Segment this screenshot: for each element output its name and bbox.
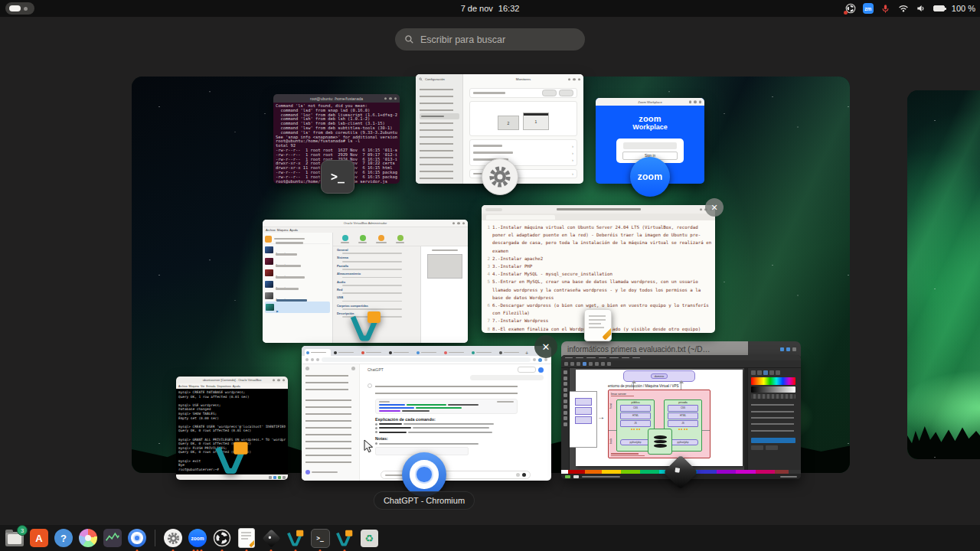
wallpaper-stars-2 [907, 90, 980, 459]
diagram-back-label: back [609, 439, 612, 444]
inkscape-vscrollbar[interactable] [744, 368, 747, 470]
dock-virtualbox-vm[interactable] [335, 528, 354, 548]
profile-avatar[interactable] [538, 358, 542, 362]
console-menubar[interactable]: Archivo Máquina Ver Entrada Dispositivos… [176, 383, 288, 389]
dock-disk-usage-analyzer[interactable] [78, 528, 98, 548]
inkscape-menubar[interactable] [561, 355, 801, 360]
wifi-icon[interactable] [898, 3, 909, 14]
chatgpt-model-selector[interactable]: ChatGPT [368, 367, 384, 372]
vbox-vm-row-selected[interactable]: ▶ [265, 302, 330, 313]
bg-win-icon-1 [780, 347, 784, 351]
obs-recording-dot [844, 11, 848, 15]
chromium-address-bar[interactable] [322, 357, 531, 362]
settings-page-title: Monitores [463, 77, 583, 81]
close-window-chromium-button[interactable]: ✕ [534, 335, 557, 358]
settings-headerbar: Configuración Monitores [416, 74, 583, 84]
battery-icon [933, 5, 945, 11]
settings-row[interactable]: › [473, 149, 573, 156]
display-1[interactable]: 1 [523, 112, 549, 130]
chromium-tab[interactable] [332, 349, 358, 356]
menu-icon[interactable] [544, 358, 547, 361]
chromium-toolbar[interactable] [302, 356, 551, 364]
inkscape-right-panel[interactable] [747, 368, 801, 470]
settings-sidebar-selected[interactable] [420, 113, 459, 119]
vbox-window-controls [452, 222, 466, 225]
inkscape-canvas-area[interactable]: dominio entorno de producción / Máquina … [570, 368, 747, 470]
vbox-toolbar[interactable] [333, 233, 468, 246]
dock-terminal[interactable]: >_ [310, 528, 330, 548]
chromium-tab[interactable] [387, 349, 413, 356]
settings-display-arrangement[interactable]: 2 1 [469, 101, 577, 136]
diagram-server-box: linux server front back pública CSS HTML… [608, 390, 710, 458]
dock-system-monitor[interactable] [103, 528, 122, 548]
back-icon[interactable] [305, 358, 309, 361]
obs-tray-icon[interactable] [845, 3, 856, 14]
system-tray[interactable]: zm [845, 0, 975, 17]
share-button[interactable] [518, 367, 536, 373]
diagram-flow-arrow: → [597, 412, 605, 421]
chromium-tab[interactable] [415, 349, 441, 356]
dock-help[interactable]: ? [54, 528, 74, 548]
inkscape-commands-bar[interactable] [561, 360, 801, 368]
editor-open-button[interactable] [485, 208, 502, 211]
settings-app-icon [482, 158, 518, 195]
background-window-title: informáticos primera evaluación.txt (~/D… [561, 341, 748, 357]
chromium-tabstrip[interactable]: + [302, 346, 551, 356]
dock-virtualbox[interactable] [286, 528, 305, 548]
dock-chromium[interactable] [127, 528, 147, 548]
forward-icon[interactable] [311, 358, 314, 361]
background-window-titlebar[interactable]: informáticos primera evaluación.txt (~/D… [561, 341, 801, 357]
dock-app-center[interactable]: A [29, 528, 49, 548]
settings-sidebar[interactable] [416, 84, 463, 184]
color-spectrum-bar[interactable] [751, 377, 795, 385]
send-icon[interactable] [522, 473, 526, 477]
inkscape-app-icon [663, 455, 698, 490]
zoom-join-button[interactable] [623, 142, 677, 149]
settings-banner-button-2[interactable] [559, 90, 573, 96]
sidebar-toggle-icon[interactable] [305, 367, 309, 370]
terminal-title: root@ubuntu: /home/fustanada [273, 96, 400, 101]
chromium-tab[interactable] [443, 349, 469, 356]
diagram-client-box [570, 391, 597, 448]
dock-text-editor[interactable] [237, 528, 256, 548]
volume-icon[interactable] [916, 3, 926, 14]
zoom-tray-icon[interactable]: zm [863, 3, 874, 14]
inkscape-toolbox[interactable] [561, 368, 570, 470]
dock-obs[interactable] [212, 528, 232, 548]
settings-banner-button-1[interactable] [542, 90, 557, 96]
chromium-tab-active[interactable] [305, 349, 331, 356]
editor-tabbar[interactable] [482, 214, 715, 220]
close-window-editor-button[interactable]: ✕ [705, 198, 724, 217]
clock-menu[interactable]: 7 de nov 16:32 [461, 0, 520, 17]
clock-time: 16:32 [498, 4, 520, 13]
workspace-indicator[interactable] [5, 2, 34, 15]
chatgpt-profile-row[interactable] [305, 470, 355, 474]
vbox-vm-list[interactable]: Apagada Apagada Apagada Apagada Apagada [263, 233, 333, 343]
display-2[interactable]: 2 [498, 116, 519, 130]
search-input[interactable]: Escribir para buscar [395, 28, 585, 51]
new-chat-icon[interactable] [351, 367, 355, 370]
settings-search-icon[interactable] [419, 77, 423, 81]
dock-files[interactable]: 3 [5, 528, 24, 548]
mic-input-icon[interactable] [516, 473, 520, 477]
microphone-icon[interactable] [880, 3, 891, 14]
diagram-arrowhead-1 [632, 380, 636, 383]
chromium-tab[interactable] [360, 349, 386, 356]
dock-zoom[interactable]: zoom [188, 528, 207, 548]
chatgpt-sidebar[interactable] [302, 364, 360, 481]
vbox-vm-row[interactable]: Apagada [265, 243, 330, 256]
chromium-tab[interactable] [470, 349, 496, 356]
grayscale-bar[interactable] [751, 386, 795, 393]
chromium-tab[interactable] [498, 349, 524, 356]
dock-inkscape[interactable] [261, 528, 281, 548]
reload-icon[interactable] [316, 358, 319, 361]
vbox-menubar[interactable]: Archivo Máquina Ayuda [263, 227, 468, 233]
settings-row[interactable]: › [473, 142, 573, 149]
dock-settings[interactable] [163, 528, 183, 548]
chromium-new-tab-button[interactable]: + [525, 350, 528, 356]
workspace-preview-next[interactable] [907, 90, 980, 459]
gnome-activities-overview: 7 de nov 16:32 zm [0, 0, 980, 551]
dock-trash[interactable]: ♻ [359, 528, 379, 548]
panel-selected-row[interactable] [751, 438, 795, 443]
diagram-runtime-box-right: python|php [668, 439, 698, 446]
